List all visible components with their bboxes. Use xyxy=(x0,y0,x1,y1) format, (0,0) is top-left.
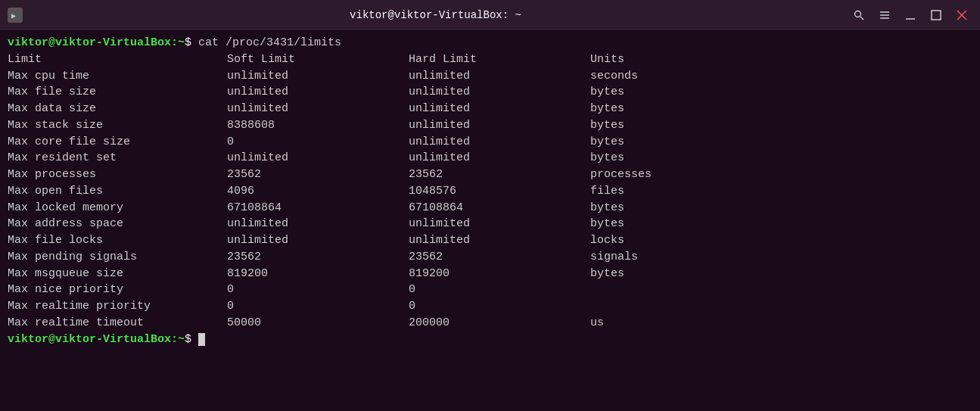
cell-soft: unlimited xyxy=(227,232,409,249)
menu-button[interactable] xyxy=(874,5,895,26)
table-row: Max realtime timeout50000200000us xyxy=(8,315,972,332)
svg-text:▶: ▶ xyxy=(11,11,16,20)
header-units: Units xyxy=(590,51,624,68)
cell-soft: 819200 xyxy=(227,266,409,282)
cell-limit: Max processes xyxy=(8,167,227,183)
cell-hard: 67108864 xyxy=(409,200,590,216)
cell-units: signals xyxy=(590,249,638,266)
cell-units: locks xyxy=(590,232,624,249)
table-row: Max resident setunlimitedunlimitedbytes xyxy=(8,150,972,167)
cell-hard: unlimited xyxy=(409,117,590,134)
cell-units: bytes xyxy=(590,117,624,134)
prompt-user: viktor@viktor-VirtualBox: xyxy=(8,36,178,49)
cell-hard: 23562 xyxy=(409,249,590,266)
cell-limit: Max realtime priority xyxy=(8,298,227,315)
table-row: Max msgqueue size819200819200bytes xyxy=(8,266,972,282)
cell-limit: Max locked memory xyxy=(8,200,227,216)
cell-units: bytes xyxy=(590,266,624,282)
cell-limit: Max msgqueue size xyxy=(8,266,227,282)
cell-soft: 23562 xyxy=(227,167,409,183)
cell-units: processes xyxy=(590,167,652,183)
terminal-body[interactable]: viktor@viktor-VirtualBox:~$ cat /proc/34… xyxy=(0,30,980,411)
header-hard: Hard Limit xyxy=(409,51,590,68)
table-row: Max locked memory6710886467108864bytes xyxy=(8,200,972,216)
cell-units: bytes xyxy=(590,84,624,101)
cell-limit: Max nice priority xyxy=(8,282,227,298)
cell-soft: unlimited xyxy=(227,68,409,85)
table-row: Max processes2356223562processes xyxy=(8,167,972,183)
cell-units: bytes xyxy=(590,101,624,117)
cell-limit: Max address space xyxy=(8,216,227,232)
minimize-button[interactable] xyxy=(900,5,921,26)
window-title: viktor@viktor-VirtualBox: ~ xyxy=(350,9,521,21)
final-prompt-user: viktor@viktor-VirtualBox: xyxy=(8,333,178,346)
cell-soft: 67108864 xyxy=(227,200,409,216)
cell-hard: 819200 xyxy=(409,266,590,282)
table-row: Max file locksunlimitedunlimitedlocks xyxy=(8,232,972,249)
cell-units: bytes xyxy=(590,216,624,232)
cell-limit: Max cpu time xyxy=(8,68,227,85)
cell-soft: 0 xyxy=(227,298,409,315)
table-row: Max stack size8388608unlimitedbytes xyxy=(8,117,972,134)
cell-hard: 0 xyxy=(409,282,590,298)
close-button[interactable] xyxy=(951,5,972,26)
cell-limit: Max file locks xyxy=(8,232,227,249)
cell-hard: unlimited xyxy=(409,101,590,117)
cell-limit: Max pending signals xyxy=(8,249,227,266)
cell-limit: Max realtime timeout xyxy=(8,315,227,332)
table-body: Max cpu timeunlimitedunlimitedsecondsMax… xyxy=(8,68,972,332)
svg-rect-8 xyxy=(932,11,941,20)
cell-soft: 8388608 xyxy=(227,117,409,134)
cell-units: us xyxy=(590,315,604,332)
table-row: Max address spaceunlimitedunlimitedbytes xyxy=(8,216,972,232)
cell-hard: unlimited xyxy=(409,68,590,85)
titlebar: ▶ viktor@viktor-VirtualBox: ~ xyxy=(0,0,980,30)
table-row: Max open files40961048576files xyxy=(8,183,972,200)
search-button[interactable] xyxy=(848,5,870,26)
cell-hard: unlimited xyxy=(409,134,590,151)
header-soft: Soft Limit xyxy=(227,51,409,68)
cell-hard: unlimited xyxy=(409,150,590,167)
cell-units: bytes xyxy=(590,200,624,216)
cell-soft: 23562 xyxy=(227,249,409,266)
table-row: Max data sizeunlimitedunlimitedbytes xyxy=(8,101,972,117)
cell-soft: 4096 xyxy=(227,183,409,200)
cell-limit: Max data size xyxy=(8,101,227,117)
cell-hard: 0 xyxy=(409,298,590,315)
cell-units: bytes xyxy=(590,150,624,167)
table-row: Max nice priority00 xyxy=(8,282,972,298)
cell-limit: Max file size xyxy=(8,84,227,101)
titlebar-controls xyxy=(848,5,972,26)
cell-units: files xyxy=(590,183,624,200)
cell-hard: unlimited xyxy=(409,232,590,249)
cell-hard: unlimited xyxy=(409,84,590,101)
cell-hard: 23562 xyxy=(409,167,590,183)
table-header: LimitSoft LimitHard LimitUnits xyxy=(8,51,972,68)
final-prompt-line: viktor@viktor-VirtualBox:~$ xyxy=(8,332,972,348)
maximize-button[interactable] xyxy=(926,5,947,26)
terminal-icon: ▶ xyxy=(8,8,23,23)
cell-soft: unlimited xyxy=(227,84,409,101)
cell-hard: unlimited xyxy=(409,216,590,232)
cell-units: bytes xyxy=(590,134,624,151)
cell-soft: unlimited xyxy=(227,150,409,167)
cell-units: seconds xyxy=(590,68,638,85)
prompt-dollar: $ xyxy=(185,36,198,49)
table-row: Max file sizeunlimitedunlimitedbytes xyxy=(8,84,972,101)
svg-line-3 xyxy=(860,17,863,20)
table-row: Max cpu timeunlimitedunlimitedseconds xyxy=(8,68,972,85)
cell-limit: Max core file size xyxy=(8,134,227,151)
command-text: cat /proc/3431/limits xyxy=(198,36,341,49)
cell-limit: Max open files xyxy=(8,183,227,200)
titlebar-left: ▶ xyxy=(8,8,23,23)
cell-limit: Max stack size xyxy=(8,117,227,134)
cell-hard: 200000 xyxy=(409,315,590,332)
cell-soft: unlimited xyxy=(227,216,409,232)
svg-point-2 xyxy=(855,11,861,17)
cell-limit: Max resident set xyxy=(8,150,227,167)
command-line: viktor@viktor-VirtualBox:~$ cat /proc/34… xyxy=(8,35,972,51)
table-row: Max realtime priority00 xyxy=(8,298,972,315)
cell-hard: 1048576 xyxy=(409,183,590,200)
cell-soft: 50000 xyxy=(227,315,409,332)
cell-soft: unlimited xyxy=(227,101,409,117)
